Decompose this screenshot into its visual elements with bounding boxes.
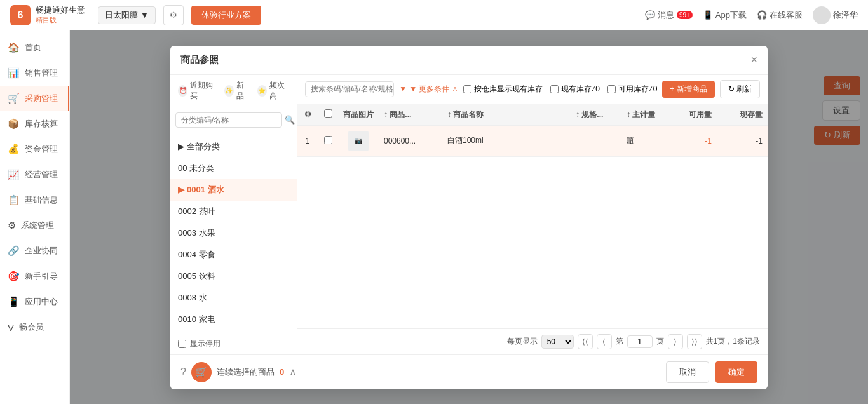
user-profile[interactable]: 徐泽华 — [813, 6, 858, 24]
new-items-nav[interactable]: ✨ 新品 — [224, 80, 250, 102]
sidebar-item-home[interactable]: 🏠 首页 — [0, 36, 69, 60]
help-icon[interactable]: ? — [180, 367, 186, 378]
select-all-checkbox[interactable] — [324, 109, 332, 118]
trial-button[interactable]: 体验行业方案 — [191, 6, 261, 25]
sidebar-item-purchase[interactable]: 🛒 采购管理 — [0, 86, 69, 111]
sidebar-item-finance[interactable]: 💰 资金管理 — [0, 137, 69, 161]
sidebar-label-guide: 新手引导 — [25, 271, 58, 282]
row-num-1: 1 — [297, 125, 318, 156]
cancel-button[interactable]: 取消 — [666, 361, 709, 383]
refresh-button[interactable]: ↻ 刷新 — [720, 80, 760, 98]
cat-item-0010[interactable]: 0010 家电 — [170, 309, 297, 330]
page-unit: 页 — [656, 336, 664, 347]
cat-label-0010: 0010 家电 — [178, 314, 215, 325]
recent-purchase-label: 近期购买 — [190, 80, 216, 102]
footer-left: ? 🛒 连续选择的商品 0 ∧ — [180, 362, 297, 382]
message-button[interactable]: 💬 消息 99+ — [645, 10, 693, 21]
sidebar-item-system[interactable]: ⚙ 系统管理 — [0, 213, 69, 238]
show-disabled-checkbox[interactable] — [178, 340, 186, 348]
sidebar-item-operations[interactable]: 📈 经营管理 — [0, 163, 69, 187]
prev-page-button[interactable]: ⟨ — [597, 334, 612, 349]
show-disabled-label: 显示停用 — [190, 339, 220, 349]
sidebar-item-member[interactable]: V 畅会员 — [0, 315, 69, 339]
col-header-settings[interactable]: ⚙ — [297, 104, 318, 126]
nav-right: 💬 消息 99+ 📱 App下载 🎧 在线客服 徐泽华 — [645, 6, 858, 24]
purchase-icon: 🛒 — [8, 93, 20, 104]
cat-item-0008[interactable]: 0008 水 — [170, 287, 297, 309]
category-search-icon[interactable]: 🔍 — [285, 115, 295, 125]
close-button[interactable]: × — [750, 53, 757, 67]
store-selector[interactable]: 日太阳膜 ▼ — [98, 6, 156, 24]
last-page-button[interactable]: ⟩⟩ — [687, 334, 702, 349]
warehouse-stock-checkbox[interactable] — [463, 85, 471, 93]
cat-item-0004[interactable]: 0004 零食 — [170, 244, 297, 266]
cart-button[interactable]: 🛒 — [191, 362, 212, 382]
add-product-button[interactable]: + 新增商品 — [662, 81, 714, 98]
table-row[interactable]: 1 📷 000600... 白酒100ml 瓶 — [297, 125, 768, 156]
new-items-label: 新品 — [236, 80, 250, 102]
category-search-input[interactable] — [175, 112, 282, 128]
sidebar-item-inventory[interactable]: 📦 库存核算 — [0, 112, 69, 136]
col-header-unit[interactable]: ↕ 主计量 — [621, 104, 666, 126]
cat-item-all[interactable]: ▶ 全部分类 — [170, 136, 297, 158]
sidebar-item-basics[interactable]: 📋 基础信息 — [0, 188, 69, 212]
sidebar-label-apps: 应用中心 — [25, 296, 58, 307]
col-header-check[interactable] — [318, 104, 338, 126]
row-check-1[interactable] — [318, 125, 338, 156]
more-filters-button[interactable]: ▼ ▼ 更多条件 ∧ — [399, 84, 458, 95]
sidebar-item-sales[interactable]: 📊 销售管理 — [0, 61, 69, 85]
page-size-select[interactable]: 10 20 50 100 — [541, 335, 574, 349]
gear-button[interactable]: ⚙ — [163, 5, 184, 25]
online-service-button[interactable]: 🎧 在线客服 — [757, 10, 803, 21]
confirm-button[interactable]: 确定 — [715, 361, 757, 383]
sidebar-item-apps[interactable]: 📱 应用中心 — [0, 290, 69, 314]
sidebar-label-sales: 销售管理 — [25, 67, 58, 79]
phone-icon: 📱 — [703, 10, 713, 20]
row-unit-1: 瓶 — [621, 125, 666, 156]
store-name: 日太阳膜 — [105, 10, 138, 21]
logo-icon: 6 — [10, 5, 31, 25]
usable-stock-checkbox[interactable] — [607, 85, 616, 93]
sidebar-label-member: 畅会员 — [19, 321, 44, 333]
product-search-input[interactable] — [306, 82, 394, 96]
row-checkbox-1[interactable] — [324, 136, 332, 144]
sidebar-item-guide[interactable]: 🎯 新手引导 — [0, 264, 69, 288]
cat-item-0002[interactable]: 0002 茶叶 — [170, 201, 297, 222]
cat-item-0001[interactable]: ▶ 0001 酒水 — [170, 179, 297, 201]
filter-bar: 🔍 ▼ ▼ 更多条件 ∧ 按仓库显示现有库存 — [297, 75, 768, 104]
modal-title: 商品参照 — [180, 54, 219, 66]
all-category-label: 全部分类 — [187, 141, 220, 152]
sidebar-label-collab: 企业协同 — [25, 245, 58, 257]
col-header-code[interactable]: ↕ 商品... — [379, 104, 442, 126]
page-input[interactable] — [627, 335, 653, 348]
existing-stock-checkbox[interactable] — [550, 85, 559, 93]
row-img-1: 📷 — [338, 125, 379, 156]
cat-item-00[interactable]: 00 未分类 — [170, 158, 297, 179]
frequent-nav[interactable]: ⭐ 频次高 — [257, 80, 289, 102]
apps-icon: 📱 — [8, 296, 20, 307]
page-label: 第 — [616, 336, 623, 347]
recent-purchase-nav[interactable]: ⏰ 近期购买 — [178, 80, 217, 102]
next-page-button[interactable]: ⟩ — [668, 334, 683, 349]
filter-check-usable[interactable]: 可用库存≠0 — [607, 84, 657, 95]
cat-item-0005[interactable]: 0005 饮料 — [170, 266, 297, 287]
sidebar-label-purchase: 采购管理 — [25, 93, 58, 104]
footer-collapse-icon[interactable]: ∧ — [289, 366, 297, 378]
app-download-button[interactable]: 📱 App下载 — [703, 10, 747, 21]
filter-check-warehouse[interactable]: 按仓库显示现有库存 — [463, 84, 543, 95]
selected-label: 连续选择的商品 — [217, 367, 275, 378]
filter-check-warehouse-label: 按仓库显示现有库存 — [474, 84, 543, 95]
cat-item-0003[interactable]: 0003 水果 — [170, 222, 297, 244]
inventory-icon: 📦 — [8, 118, 20, 130]
chevron-down-icon: ▼ — [140, 10, 149, 20]
sidebar-item-collab[interactable]: 🔗 企业协同 — [0, 239, 69, 263]
filter-check-nonzero[interactable]: 现有库存≠0 — [550, 84, 600, 95]
system-icon: ⚙ — [8, 220, 16, 231]
product-image-1: 📷 — [348, 131, 369, 151]
col-header-name[interactable]: ↕ 商品名称 — [442, 104, 571, 126]
col-header-spec[interactable]: ↕ 规格... — [571, 104, 621, 126]
first-page-button[interactable]: ⟨⟨ — [578, 334, 593, 349]
guide-icon: 🎯 — [8, 271, 20, 282]
clock-icon: ⏰ — [178, 85, 187, 97]
col-header-img: 商品图片 — [338, 104, 379, 126]
